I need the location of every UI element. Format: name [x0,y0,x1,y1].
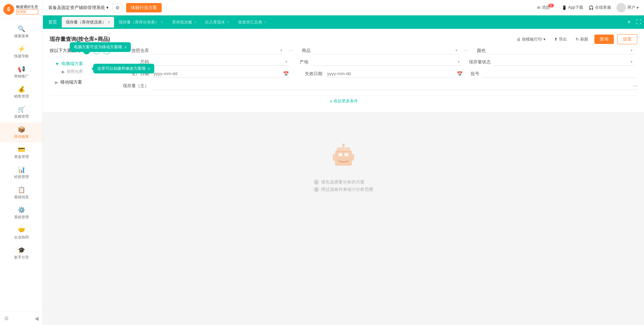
tab-close-icon[interactable]: × [161,20,163,24]
origin-select[interactable]: ▾ [311,58,462,66]
tab-close-icon[interactable]: × [194,20,196,24]
tab-in-out-flow[interactable]: 出入库流水 × [201,17,233,28]
product-select[interactable]: ▾ [313,47,460,54]
collapse-filter-button[interactable]: ∧ 收起更多条件 [50,95,637,107]
online-support-label: 在线客服 [595,5,611,10]
tooltip-create-scheme: 这里可以创建和修改方案哦 × [93,64,154,73]
money-icon: 💰 [18,86,25,93]
sidebar-item-guide[interactable]: 🎓 新手引导 [0,243,43,263]
tooltip2-text: 这里可以创建和修改方案哦 [97,66,146,71]
filter-row-stock-status: 现存量状态 ▾ [467,58,635,66]
sidebar-item-label: 搜索菜单 [14,34,29,39]
color-dropdown-arrow: ▾ [631,48,633,53]
tooltip-pc-scheme: 电脑方案可设为移动方案哦 × [70,42,131,52]
prod-date-input[interactable] [152,70,283,77]
collapse-icon[interactable]: ◀ [35,315,39,322]
printer-icon: 🖨 [517,37,521,42]
search-button[interactable]: 查询 [594,35,614,44]
refresh-button[interactable]: ↻ 刷新 [573,35,591,44]
sidebar-item-label: 企业协同 [14,235,29,240]
filter-row-batch: 批号 [469,70,637,78]
sidebar-item-finance[interactable]: 💳 资金管理 [0,143,43,163]
industry-plan-button[interactable]: 体验行业方案 [126,3,162,12]
size-select[interactable]: ▾ [152,58,289,66]
setup-button[interactable]: 设置 [617,34,637,44]
tab-inventory-dist[interactable]: 现存量（库存分布表） × [115,17,167,28]
warehouse-more-icon[interactable]: ··· [287,48,294,54]
stock-qty-range[interactable]: — [152,82,637,90]
scheme-collapse-arrow: ▼ [55,61,59,66]
sidebar-item-quick-nav[interactable]: ⚡ 快捷导航 [0,42,43,62]
maximize-button[interactable]: ⛶ [635,18,643,26]
system-name-label: 装备及固定资产辅助管理系统 [48,5,105,11]
sidebar-item-label: 快捷导航 [14,54,29,59]
tab-batch-account[interactable]: 库存批次账 × [168,17,200,28]
tooltip1-text: 电脑方案可设为移动方案哦 [74,44,122,50]
export-button[interactable]: ⬆ 导出 [551,35,570,44]
sidebar-item-sales[interactable]: 💰 销售管理 [0,82,43,102]
filter-area: 现存量查询(按仓库+商品) 🖨 按模板打印 ▾ ⬆ 导出 ↻ 刷新 [43,29,644,112]
hint-text-2: 用过滤条件来缩小分析范围 [321,186,373,193]
empty-illustration [327,139,360,172]
tab-recv-send[interactable]: 收发存汇总表 × [234,17,270,28]
tooltip1-close-button[interactable]: × [124,45,127,50]
scheme-item-mobile[interactable]: ▶ 移动端方案 [55,78,117,86]
batch-label: 批号 [469,71,479,77]
sidebar-item-basic[interactable]: 📋 基础信息 [0,183,43,203]
settings-gear-button[interactable]: ⚙ [113,3,122,12]
message-button[interactable]: ✉ 消息 6 [537,5,556,10]
refresh-label: 刷新 [580,37,588,42]
sidebar-item-label: 经营管理 [14,174,29,179]
expiry-date-calendar-icon: 📅 [457,71,464,76]
sidebar-item-enterprise[interactable]: 🤝 企业协同 [0,223,43,243]
user-menu-button[interactable]: 用户 ▾ [616,3,639,12]
scheme-selector: 按以下方案查询 + ↻ « 电脑方案可设为移动方案哦 × [50,47,117,89]
product-label: 商品 [297,48,311,54]
stock-qty-min-input[interactable] [152,82,632,90]
tab-home[interactable]: 首页 [44,17,61,28]
gear-nav-icon: ⚙️ [18,206,25,214]
sub-label: 按照仓库 [67,69,83,74]
prod-date-input-wrap[interactable]: 📅 [152,70,290,78]
empty-hints: 1 请先选择要分析的方案 2 用过滤条件来缩小分析范围 [314,178,373,194]
app-download-button[interactable]: 📱 App下载 [562,5,583,10]
warehouse-select[interactable]: ▾ [152,47,284,54]
stock-status-select[interactable]: ▾ [493,58,635,66]
template-print-button[interactable]: 🖨 按模板打印 ▾ [514,35,548,44]
color-select[interactable]: ▾ [488,47,635,54]
sidebar-item-purchase[interactable]: 🛒 采购管理 [0,102,43,122]
sidebar-item-search[interactable]: 🔍 搜索菜单 [0,22,43,42]
settings-footer-icon[interactable]: ⚙ [4,315,9,322]
tab-close-icon[interactable]: × [108,20,110,24]
app-download-label: App下载 [568,5,583,10]
tab-close-icon[interactable]: × [227,20,229,24]
sidebar-item-inventory[interactable]: 📦 库存核算 [0,122,43,143]
expiry-date-input-wrap[interactable]: 📅 [325,70,464,78]
sidebar-item-label: 销售管理 [14,94,29,99]
sidebar-item-marketing[interactable]: 📢 营销推广 [0,62,43,82]
tooltip2-close-button[interactable]: × [148,66,150,71]
expiry-date-input[interactable] [325,70,457,77]
product-more-icon[interactable]: ··· [462,48,469,54]
empty-state: 1 请先选择要分析的方案 2 用过滤条件来缩小分析范围 [314,139,373,194]
tab-close-icon[interactable]: × [264,20,266,24]
filter-fields: 按照仓库 ▾ ··· 商品 ▾ [122,47,637,93]
filter-row-expiry-date: 失效日期 📅 [296,70,464,78]
online-support-button[interactable]: 🎧 在线客服 [589,5,611,10]
sidebar-item-operation[interactable]: 📊 经营管理 [0,163,43,183]
headset-icon: 🎧 [589,5,594,10]
sidebar-item-label: 新手引导 [14,255,29,260]
sidebar-item-label: 采购管理 [14,114,29,119]
svg-rect-6 [333,154,335,161]
tab-inventory-status[interactable]: 现存量（库存状况表） × [62,17,114,28]
close-all-tabs-button[interactable]: × [626,18,632,26]
filter-row-stock-qty: 现存量（主） — [122,82,637,90]
search-icon: 🔍 [18,25,25,33]
chevron-down-icon: ▾ [106,5,109,10]
top-header: 装备及固定资产辅助管理系统 ▾ ⚙ 体验行业方案 ✉ 消息 6 📱 App下载 … [43,0,644,15]
sidebar-item-system[interactable]: ⚙️ 系统管理 [0,203,43,223]
system-name-selector[interactable]: 装备及固定资产辅助管理系统 ▾ [48,5,109,11]
batch-input[interactable] [482,70,637,78]
origin-label: 产地 [295,59,308,65]
collapse-up-icon: ∧ [329,99,332,104]
